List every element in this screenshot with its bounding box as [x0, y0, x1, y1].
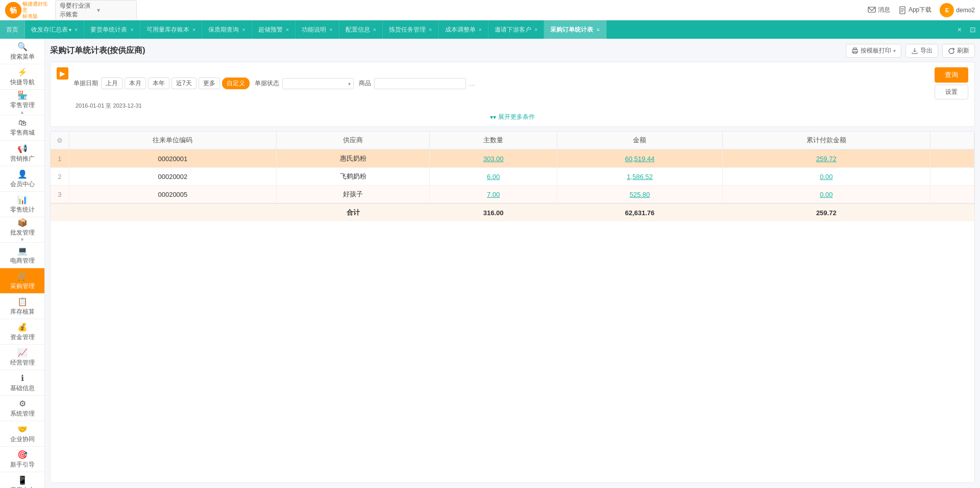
row3-qty[interactable]: 7.00: [430, 186, 557, 204]
col-checkbox: ⚙: [51, 132, 69, 149]
svg-rect-9: [853, 52, 856, 53]
date-btn-thisyear[interactable]: 本年: [148, 78, 169, 89]
tab-gongneng-close[interactable]: ×: [329, 27, 332, 33]
row2-paid[interactable]: 0.00: [722, 168, 930, 186]
footer-empty1: [51, 203, 69, 221]
tab-yaohuo[interactable]: 要货单统计表 ×: [84, 20, 140, 39]
status-select[interactable]: 全部: [282, 78, 354, 89]
print-button[interactable]: 按模板打印 ▾: [846, 44, 901, 58]
column-settings-icon[interactable]: ⚙: [57, 137, 63, 144]
sidebar-appcenter-label: 应用中心: [10, 486, 35, 489]
workspace-name: 母婴行业演示账套: [60, 2, 95, 19]
tab-pihuo[interactable]: 拣货任务管理 ×: [383, 20, 438, 39]
goods-more-btn[interactable]: …: [469, 80, 476, 87]
col-amount-header: 金额: [557, 132, 722, 149]
sidebar-item-retailshop[interactable]: 🛍 零售商城: [0, 115, 44, 141]
date-btn-more[interactable]: 更多: [199, 78, 220, 89]
tab-pihuo-close[interactable]: ×: [429, 27, 432, 33]
main-layout: 🔍 搜索菜单 ⚡ 快捷导航 🏪 零售管理 ▲ 🛍 零售商城 📢 营销推广 👤 会…: [0, 39, 980, 488]
tab-baozhiqi[interactable]: 保质期查询 ×: [202, 20, 252, 39]
sidebar-item-appcenter[interactable]: 📱 应用中心: [0, 472, 44, 488]
sidebar-item-purchase[interactable]: 🛒 采购管理: [0, 268, 44, 294]
app-download-btn[interactable]: App下载: [898, 6, 932, 14]
tab-peizhi-close[interactable]: ×: [373, 27, 376, 33]
sidebar-item-ecommerce[interactable]: 💻 电商管理: [0, 243, 44, 268]
tab-peizhi[interactable]: 配置信息 ×: [339, 20, 383, 39]
row2-amount[interactable]: 1,586.52: [557, 168, 722, 186]
tab-keyong[interactable]: 可用量库存账本 ×: [140, 20, 202, 39]
sidebar-item-marketing[interactable]: 📢 营销推广: [0, 141, 44, 166]
footer-qty: 316.00: [430, 203, 557, 221]
ecommerce-icon: 💻: [17, 246, 28, 255]
expand-btn[interactable]: ▾▾ 展开更多条件: [490, 113, 535, 121]
row1-qty[interactable]: 303.00: [430, 149, 557, 168]
sidebar-quicknav-label: 快捷导航: [10, 78, 35, 87]
sidebar-item-inventory[interactable]: 📋 库存核算: [0, 294, 44, 319]
tab-yaoqing[interactable]: 邀请下游客户 ×: [488, 20, 544, 39]
settings-button[interactable]: 设置: [935, 85, 968, 99]
tab-yaoqing-close[interactable]: ×: [534, 27, 537, 33]
row1-amount[interactable]: 60,519.44: [557, 149, 722, 168]
sidebar-item-operations[interactable]: 📈 经营管理: [0, 345, 44, 370]
tab-home[interactable]: 首页: [0, 20, 25, 39]
table-row[interactable]: 3 00020005 好孩子 7.00 525.80 0.00: [51, 186, 974, 204]
export-button[interactable]: 导出: [905, 44, 938, 58]
goods-input[interactable]: [374, 78, 466, 89]
date-btn-custom[interactable]: 自定义: [222, 78, 250, 89]
message-icon: [868, 6, 876, 14]
date-btn-7days[interactable]: 近7天: [172, 78, 197, 89]
sidebar-item-member[interactable]: 👤 会员中心: [0, 166, 44, 192]
sidebar-item-retailstat[interactable]: 📊 零售统计: [0, 192, 44, 217]
sidebar-retailshop-label: 零售商城: [10, 129, 35, 137]
refresh-button[interactable]: 刷新: [942, 44, 975, 58]
message-btn[interactable]: 消息: [868, 6, 890, 14]
tab-chengben[interactable]: 成本调整单 ×: [439, 20, 488, 39]
tab-gongneng[interactable]: 功能说明 ×: [296, 20, 339, 39]
sidebar-item-enterprise[interactable]: 🤝 企业协同: [0, 421, 44, 447]
tab-baozhiqi-close[interactable]: ×: [242, 27, 245, 33]
date-range-row: 2016-01-01 至 2023-12-31: [74, 101, 968, 110]
sidebar-item-finance[interactable]: 💰 资金管理: [0, 319, 44, 345]
filter-toggle-btn[interactable]: ▶: [57, 67, 68, 80]
tab-maximize-btn[interactable]: ⊡: [966, 20, 980, 39]
row3-paid[interactable]: 0.00: [722, 186, 930, 204]
sidebar-item-system[interactable]: ⚙ 系统管理: [0, 396, 44, 421]
tab-chengben-close[interactable]: ×: [479, 27, 482, 33]
sidebar: 🔍 搜索菜单 ⚡ 快捷导航 🏪 零售管理 ▲ 🛍 零售商城 📢 营销推广 👤 会…: [0, 39, 45, 488]
footer-label: 合计: [277, 203, 430, 221]
footer-extra: [930, 203, 974, 221]
tab-chaochu-close[interactable]: ×: [286, 27, 289, 33]
table-row[interactable]: 2 00020002 飞鹤奶粉 6.00 1,586.52 0.00: [51, 168, 974, 186]
tab-close-btn[interactable]: ×: [953, 20, 966, 39]
message-label: 消息: [878, 6, 890, 14]
tab-caigou-close[interactable]: ×: [596, 27, 599, 33]
user-menu[interactable]: E demo2: [940, 3, 975, 17]
tab-shoufaquan-close[interactable]: ×: [75, 27, 78, 33]
sidebar-item-search[interactable]: 🔍 搜索菜单: [0, 39, 44, 64]
top-bar: 畅 畅捷通好生意 标准版 母婴行业演示账套 ▾ 消息 App下载 E demo2: [0, 0, 980, 20]
row1-paid[interactable]: 259.72: [722, 149, 930, 168]
print-arrow: ▾: [893, 48, 896, 54]
date-btn-thismonth[interactable]: 本月: [125, 78, 146, 89]
retailshop-icon: 🛍: [18, 118, 27, 127]
tab-pihuo-label: 拣货任务管理: [389, 25, 426, 34]
row2-qty[interactable]: 6.00: [430, 168, 557, 186]
sidebar-item-newguide[interactable]: 🎯 新手引导: [0, 447, 44, 472]
date-btn-lastmonth[interactable]: 上月: [101, 78, 122, 89]
sidebar-item-basic[interactable]: ℹ 基础信息: [0, 370, 44, 396]
table-row[interactable]: 1 00020001 惠氏奶粉 303.00 60,519.44 259.72: [51, 149, 974, 168]
date-range: 2016-01-01 至 2023-12-31: [76, 102, 142, 109]
row3-amount[interactable]: 525.80: [557, 186, 722, 204]
content-area: 采购订单统计表(按供应商) 按模板打印 ▾ 导出 刷新: [45, 39, 980, 488]
tab-shoufaquan[interactable]: 收发存汇总表 ▾ ×: [25, 20, 84, 39]
tab-keyong-close[interactable]: ×: [192, 27, 195, 33]
tab-yaohuo-close[interactable]: ×: [130, 27, 133, 33]
sidebar-item-wholesale[interactable]: 📦 批发管理 ▼: [0, 217, 44, 243]
tab-caigou[interactable]: 采购订单统计表 ×: [544, 20, 606, 39]
sidebar-item-retail[interactable]: 🏪 零售管理 ▲: [0, 90, 44, 115]
workspace-arrow: ▾: [97, 7, 132, 14]
sidebar-item-quicknav[interactable]: ⚡ 快捷导航: [0, 64, 44, 90]
tab-chaochu[interactable]: 超储预警 ×: [252, 20, 296, 39]
query-button[interactable]: 查询: [935, 67, 968, 83]
workspace-selector[interactable]: 母婴行业演示账套 ▾: [55, 0, 137, 20]
